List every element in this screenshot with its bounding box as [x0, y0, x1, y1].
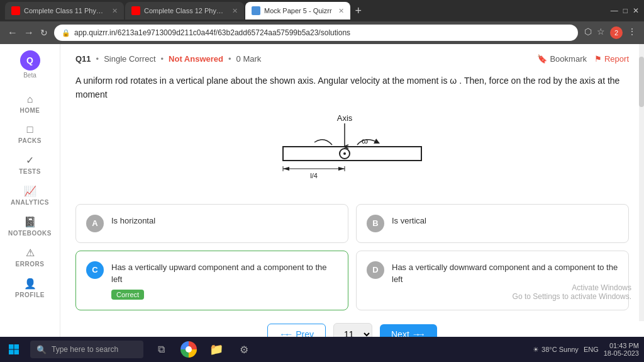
- svg-rect-12: [9, 344, 14, 349]
- question-header: Q11 • Single Correct • Not Answered • 0 …: [75, 54, 629, 64]
- bookmark-star-icon[interactable]: ☆: [597, 26, 605, 39]
- sidebar-analytics-label: ANALYTICS: [11, 199, 49, 206]
- sidebar-item-home[interactable]: ⌂ HOME: [0, 89, 60, 119]
- option-c-letter: C: [86, 261, 104, 279]
- lock-icon: 🔒: [62, 29, 70, 37]
- chrome-icon: [180, 341, 197, 358]
- sidebar-item-profile[interactable]: 👤 PROFILE: [0, 273, 60, 303]
- taskbar-app-icons: ⧉ 📁 ⚙: [148, 337, 257, 362]
- new-tab-button[interactable]: +: [355, 4, 362, 18]
- profile-icon: 👤: [24, 278, 36, 290]
- main-layout: Q Beta ⌂ HOME □ PACKS ✓ TESTS 📈 ANALYTIC…: [0, 44, 644, 362]
- question-mark: 0 Mark: [236, 54, 262, 64]
- weather-text: 38°C Sunny: [541, 346, 579, 353]
- address-bar-icons: ⬡ ☆ 2 ⋮: [584, 26, 636, 39]
- bookmark-icon: 🔖: [537, 54, 547, 64]
- taskbar: 🔍 Type here to search ⧉ 📁 ⚙ ☀ 38°C Sunny…: [0, 337, 644, 362]
- activate-windows-watermark: Activate Windows Go to Settings to activ…: [513, 283, 631, 301]
- taskbar-time-value: 01:43 PM: [604, 342, 639, 349]
- question-status: Not Answered: [169, 54, 223, 64]
- sidebar-item-tests[interactable]: ✓ TESTS: [0, 149, 60, 180]
- diagram-svg: Axis ω l/4: [252, 112, 453, 194]
- scrollbar-track[interactable]: [639, 44, 644, 321]
- svg-text:Axis: Axis: [337, 113, 353, 123]
- taskbar-clock: 01:43 PM 18-05-2023: [604, 342, 639, 357]
- tests-icon: ✓: [26, 154, 34, 166]
- report-button[interactable]: ⚑ Report: [594, 54, 629, 64]
- taskbar-settings[interactable]: ⚙: [231, 337, 257, 362]
- tab-3[interactable]: Mock Paper 5 - Quizrr ✕: [245, 2, 350, 20]
- taskbar-file-explorer[interactable]: 📁: [204, 337, 229, 362]
- taskbar-search-icon: 🔍: [36, 345, 47, 354]
- tab-3-favicon: [252, 6, 260, 15]
- minimize-button[interactable]: —: [611, 6, 618, 15]
- window-controls: — □ ✕: [611, 6, 639, 15]
- option-d[interactable]: D Has a vertically downward component an…: [356, 251, 629, 310]
- question-number: Q11: [75, 54, 91, 64]
- tab-2[interactable]: Complete Class 12 Physics One S ✕: [125, 2, 244, 20]
- svg-marker-10: [283, 167, 289, 171]
- tab-2-favicon: [131, 6, 140, 15]
- maximize-button[interactable]: □: [623, 6, 628, 15]
- sidebar-item-errors[interactable]: ⚠ ERRORS: [0, 242, 60, 273]
- task-view-icon: ⧉: [158, 344, 165, 355]
- option-d-text: Has a vertically downward component and …: [392, 261, 618, 286]
- option-c[interactable]: C Has a vertically upward component and …: [75, 251, 348, 310]
- option-b-letter: B: [367, 215, 384, 232]
- windows-logo-icon: [8, 344, 19, 355]
- taskbar-search-box[interactable]: 🔍 Type here to search: [30, 341, 143, 358]
- taskbar-task-view[interactable]: ⧉: [148, 337, 174, 362]
- taskbar-date-value: 18-05-2023: [604, 349, 639, 357]
- menu-icon[interactable]: ⋮: [628, 26, 636, 39]
- taskbar-chrome-app[interactable]: [176, 337, 201, 362]
- sidebar-item-packs[interactable]: □ PACKS: [0, 119, 60, 149]
- home-icon: ⌂: [27, 94, 33, 105]
- scrollbar-thumb[interactable]: [639, 57, 644, 107]
- weather-icon: ☀: [533, 346, 539, 354]
- address-bar: ← → ↻ 🔒 app.quizrr.in/6213a1e9713009d211…: [0, 21, 644, 44]
- svg-rect-14: [9, 350, 14, 355]
- url-text: app.quizrr.in/6213a1e9713009d211c0a44f/6…: [74, 28, 350, 37]
- svg-text:l/4: l/4: [310, 172, 318, 179]
- profile-icon[interactable]: 2: [610, 26, 623, 39]
- sidebar-notebooks-label: NOTEBOOKS: [8, 230, 52, 237]
- question-body: A uniform rod rotates in a vertical plan…: [75, 74, 629, 102]
- option-c-text: Has a vertically upward component and a …: [111, 261, 338, 286]
- diagram-container: Axis ω l/4: [75, 112, 629, 194]
- reload-button[interactable]: ↻: [40, 28, 48, 38]
- correct-badge: Correct: [111, 290, 144, 300]
- sidebar-tests-label: TESTS: [19, 168, 41, 175]
- back-button[interactable]: ←: [8, 27, 18, 38]
- tab-1-close[interactable]: ✕: [112, 7, 118, 15]
- sidebar-profile-label: PROFILE: [15, 291, 45, 298]
- taskbar-lang: ENG: [584, 346, 599, 353]
- sidebar-home-label: HOME: [20, 107, 40, 114]
- analytics-icon: 📈: [24, 185, 36, 197]
- url-bar[interactable]: 🔒 app.quizrr.in/6213a1e9713009d211c0a44f…: [54, 25, 578, 41]
- svg-rect-13: [14, 344, 19, 349]
- tab-1-label: Complete Class 11 Physics One S: [24, 7, 106, 14]
- sidebar-packs-label: PACKS: [18, 137, 42, 144]
- tab-3-close[interactable]: ✕: [338, 7, 344, 15]
- start-button[interactable]: [0, 337, 28, 362]
- tab-1[interactable]: Complete Class 11 Physics One S ✕: [5, 2, 124, 20]
- option-b[interactable]: B Is vertical: [356, 204, 629, 243]
- bookmark-button[interactable]: 🔖 Bookmark: [537, 54, 587, 64]
- file-explorer-icon: 📁: [209, 342, 223, 356]
- svg-point-4: [343, 152, 346, 155]
- sidebar-item-notebooks[interactable]: 📓 NOTEBOOKS: [0, 211, 60, 242]
- forward-button[interactable]: →: [24, 27, 34, 38]
- close-button[interactable]: ✕: [633, 6, 639, 15]
- option-d-letter: D: [367, 261, 384, 279]
- option-b-text: Is vertical: [392, 215, 426, 227]
- question-type: Single Correct: [104, 54, 155, 64]
- report-icon: ⚑: [594, 54, 602, 64]
- option-a[interactable]: A Is horizontal: [75, 204, 348, 243]
- sidebar: Q Beta ⌂ HOME □ PACKS ✓ TESTS 📈 ANALYTIC…: [0, 44, 60, 362]
- sidebar-item-analytics[interactable]: 📈 ANALYTICS: [0, 180, 60, 211]
- errors-icon: ⚠: [26, 247, 35, 259]
- tab-2-close[interactable]: ✕: [232, 7, 238, 15]
- question-meta: Q11 • Single Correct • Not Answered • 0 …: [75, 54, 261, 64]
- sidebar-errors-label: ERRORS: [16, 261, 45, 268]
- extensions-icon[interactable]: ⬡: [584, 26, 592, 39]
